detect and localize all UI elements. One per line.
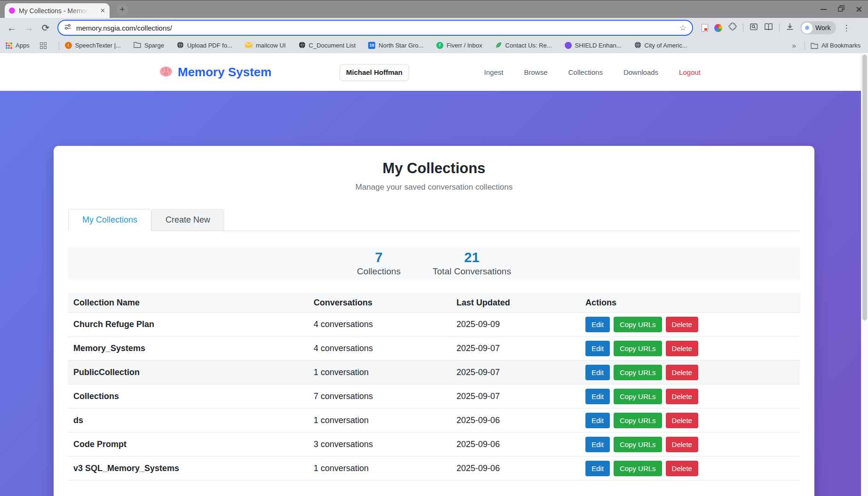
- scrollbar-thumb[interactable]: [862, 55, 867, 320]
- page-background: My Collections Manage your saved convers…: [0, 91, 868, 496]
- del-button[interactable]: Delete: [666, 389, 698, 404]
- folder-icon: [811, 42, 818, 49]
- copy-button[interactable]: Copy URLs: [614, 389, 662, 404]
- mail-icon: [245, 42, 253, 49]
- last-updated: 2025-09-07: [451, 392, 580, 401]
- site-badge-icon: [565, 42, 572, 49]
- new-tab-button[interactable]: +: [116, 4, 128, 16]
- nav-link-browse[interactable]: Browse: [524, 68, 547, 76]
- bookmark-item[interactable]: 10North Star Gro...: [368, 42, 423, 49]
- nav-link-logout[interactable]: Logout: [679, 68, 701, 76]
- last-updated: 2025-09-06: [451, 416, 580, 425]
- edit-button[interactable]: Edit: [585, 413, 610, 428]
- bookmark-label: Upload PDF fo...: [187, 42, 232, 49]
- extension-page-icon[interactable]: [702, 24, 708, 32]
- apps-grid-icon[interactable]: [6, 42, 12, 49]
- table-row: Code Prompt3 conversations2025-09-06Edit…: [68, 432, 800, 456]
- collections-card: My Collections Manage your saved convers…: [54, 146, 814, 496]
- site-badge-icon: f: [436, 42, 443, 49]
- edit-button[interactable]: Edit: [585, 365, 610, 380]
- table-row: ds1 conversation2025-09-06EditCopy URLsD…: [68, 408, 800, 432]
- search-lens-icon[interactable]: [750, 23, 758, 33]
- bookmark-item[interactable]: SHIELD Enhan...: [565, 42, 622, 49]
- del-button[interactable]: Delete: [666, 317, 698, 332]
- site-header: Memory System Michael Hoffman IngestBrow…: [0, 53, 868, 91]
- del-button[interactable]: Delete: [666, 437, 698, 452]
- bookmark-item[interactable]: fFiverr / Inbox: [436, 42, 482, 49]
- edit-button[interactable]: Edit: [585, 461, 610, 476]
- copy-button[interactable]: Copy URLs: [614, 365, 662, 380]
- edit-button[interactable]: Edit: [585, 389, 610, 404]
- nav-link-collections[interactable]: Collections: [568, 68, 603, 76]
- row-actions: EditCopy URLsDelete: [580, 341, 800, 356]
- del-button[interactable]: Delete: [666, 365, 698, 380]
- bookmark-label: Sparge: [144, 42, 164, 49]
- site-settings-icon[interactable]: [64, 23, 71, 32]
- copy-button[interactable]: Copy URLs: [614, 461, 662, 476]
- bookmark-item[interactable]: Contact Us: Re...: [495, 41, 552, 50]
- tab-groups-icon[interactable]: [40, 42, 47, 49]
- bookmark-item[interactable]: !SpeechTexter |...: [65, 42, 121, 49]
- stat-value: 7: [357, 251, 401, 264]
- bookmark-item[interactable]: mailcow UI: [245, 42, 286, 49]
- bookmark-item[interactable]: City of Americ...: [634, 41, 687, 50]
- bookmarks-divider: [805, 41, 805, 50]
- browser-menu-icon[interactable]: ⋮: [842, 23, 850, 33]
- tab-create-new[interactable]: Create New: [151, 209, 224, 231]
- del-button[interactable]: Delete: [666, 461, 698, 476]
- bookmarks-overflow-icon[interactable]: »: [792, 41, 796, 49]
- copy-button[interactable]: Copy URLs: [614, 437, 662, 452]
- copy-button[interactable]: Copy URLs: [614, 341, 662, 356]
- del-button[interactable]: Delete: [666, 413, 698, 428]
- user-button[interactable]: Michael Hoffman: [339, 64, 409, 81]
- browser-tab[interactable]: My Collections - Memory ✕: [5, 3, 110, 18]
- edit-button[interactable]: Edit: [585, 341, 610, 356]
- site-logo[interactable]: Memory System: [159, 53, 271, 91]
- copy-button[interactable]: Copy URLs: [614, 413, 662, 428]
- downloads-icon[interactable]: [786, 23, 794, 33]
- forward-icon[interactable]: →: [23, 23, 35, 33]
- edit-button[interactable]: Edit: [585, 317, 610, 332]
- bookmark-item[interactable]: Upload PDF fo...: [177, 41, 232, 50]
- bookmark-label: SpeechTexter |...: [75, 42, 121, 49]
- bookmark-label: mailcow UI: [256, 42, 286, 49]
- color-wheel-extension-icon[interactable]: [714, 24, 722, 32]
- close-window-icon[interactable]: ✕: [856, 5, 862, 15]
- bookmark-label: C_Document List: [309, 42, 356, 49]
- del-button[interactable]: Delete: [666, 341, 698, 356]
- url-text[interactable]: memory.nsgia.com/collections/: [76, 24, 172, 32]
- page-scrollbar[interactable]: [861, 54, 868, 496]
- table-row: v3 SQL_Memory_Systems1 conversation2025-…: [68, 456, 800, 480]
- collection-name: ds: [68, 416, 308, 425]
- tab-close-icon[interactable]: ✕: [100, 7, 105, 14]
- collection-name: v3 SQL_Memory_Systems: [68, 464, 308, 473]
- apps-label[interactable]: Apps: [16, 42, 30, 49]
- last-updated: 2025-09-07: [451, 368, 580, 377]
- numbered-badge-icon: 10: [368, 42, 375, 49]
- edit-button[interactable]: Edit: [585, 437, 610, 452]
- row-actions: EditCopy URLsDelete: [580, 365, 800, 380]
- url-bar[interactable]: memory.nsgia.com/collections/ ☆: [58, 21, 692, 35]
- last-updated: 2025-09-06: [451, 440, 580, 449]
- extensions-puzzle-icon[interactable]: [728, 23, 737, 33]
- nav-link-ingest[interactable]: Ingest: [484, 68, 504, 76]
- restore-icon[interactable]: [838, 5, 844, 14]
- reading-list-icon[interactable]: [764, 23, 773, 33]
- bookmark-item[interactable]: C_Document List: [299, 41, 356, 50]
- table-row: Memory_Systems4 conversations2025-09-07E…: [68, 336, 800, 360]
- reload-icon[interactable]: ⟳: [39, 22, 52, 33]
- back-icon[interactable]: ←: [6, 23, 18, 33]
- tab-my-collections[interactable]: My Collections: [68, 209, 151, 231]
- bookmark-item[interactable]: Sparge: [134, 41, 164, 49]
- collection-name: PublicCollection: [68, 368, 308, 377]
- profile-button[interactable]: ❄ Work: [800, 21, 836, 34]
- globe-icon: [299, 41, 306, 50]
- row-actions: EditCopy URLsDelete: [580, 461, 800, 476]
- bookmark-star-icon[interactable]: ☆: [679, 23, 687, 33]
- nav-link-downloads[interactable]: Downloads: [623, 68, 658, 76]
- copy-button[interactable]: Copy URLs: [614, 317, 662, 332]
- bookmark-label: North Star Gro...: [379, 42, 423, 49]
- site-favicon-icon: [9, 8, 15, 14]
- minimize-icon[interactable]: [821, 9, 827, 10]
- all-bookmarks-button[interactable]: All Bookmarks: [811, 42, 860, 49]
